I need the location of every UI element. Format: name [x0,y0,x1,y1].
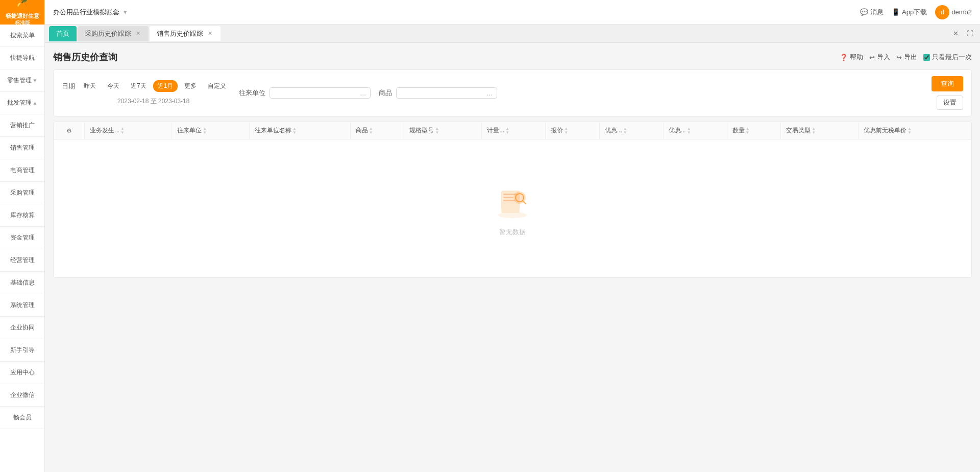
sidebar-item-basic_info[interactable]: 基础信息 [0,272,44,294]
sidebar-item-finance[interactable]: 资金管理 [0,227,44,249]
import-btn[interactable]: ↩ 导入 [869,53,890,62]
fullscreen-btn[interactable]: ⛶ [964,28,976,40]
partner-dots[interactable]: ... [360,89,366,97]
sidebar-item-search[interactable]: 搜索菜单 [0,25,44,47]
close-all-tabs-btn[interactable]: ✕ [949,28,962,40]
import-label: 导入 [877,53,890,62]
col-header-price[interactable]: 报价▲▼ [546,122,600,139]
tab-purchase-label: 采购历史价跟踪 [85,29,131,38]
sidebar-item-marketing[interactable]: 营销推广 [0,114,44,137]
sidebar-item-label: 基础信息 [10,278,35,287]
tab-sales[interactable]: 销售历史价跟踪 ✕ [150,26,220,41]
col-header-no_tax_price[interactable]: 优惠前无税单价▲▼ [858,122,971,139]
sidebar-item-sales_mgmt[interactable]: 销售管理 [0,137,44,159]
content-area: 销售历史价查询 ❓ 帮助 ↩ 导入 ↪ 导出 只看最后一次 [45,43,980,472]
message-btn[interactable]: 💬 消息 [860,8,884,17]
sidebar-item-purchase_mgmt[interactable]: 采购管理 [0,182,44,204]
empty-illustration [492,180,533,221]
col-header-discount2[interactable]: 优惠...▲▼ [663,122,727,139]
col-header-spec[interactable]: 规格型号▲▼ [404,122,482,139]
help-label: 帮助 [850,53,863,62]
col-header-unit[interactable]: 计量...▲▼ [482,122,546,139]
sort-arrows-icon: ▲▼ [435,127,439,135]
partner-input[interactable] [274,89,360,97]
export-label: 导出 [904,53,917,62]
date-btn-近7天[interactable]: 近7天 [126,80,151,92]
partner-input-wrap: ... [270,87,371,99]
empty-text: 暂无数据 [499,227,526,237]
col-header-partner_name[interactable]: 往来单位名称▲▼ [249,122,350,139]
gear-settings-icon[interactable]: ⚙ [59,127,79,134]
settings-btn[interactable]: 设置 [937,96,963,110]
sidebar-item-retail[interactable]: 零售管理▼ [0,69,44,92]
sidebar-item-system[interactable]: 系统管理 [0,294,44,317]
app-download-btn[interactable]: 📱 App下载 [892,8,927,17]
sidebar-item-label: 零售管理 [7,76,32,85]
sidebar-item-operations[interactable]: 经营管理 [0,249,44,272]
tabbar-actions: ✕ ⛶ [949,28,976,40]
message-label: 消息 [870,8,884,17]
sidebar-item-inventory[interactable]: 库存核算 [0,204,44,227]
sidebar-item-wechat[interactable]: 企业微信 [0,384,44,407]
sidebar-item-label: 营销推广 [10,121,35,130]
query-btn[interactable]: 查询 [932,76,963,91]
sidebar-item-label: 采购管理 [10,188,35,197]
col-header-biz_date[interactable]: 业务发生...▲▼ [85,122,172,139]
sidebar: 🍊 畅捷通好生意 标准版 搜索菜单快捷导航零售管理▼批发管理▲营销推广销售管理电… [0,0,45,472]
logo-sub: 标准版 [6,19,39,26]
sidebar-item-label: 批发管理 [7,99,32,107]
tab-sales-close[interactable]: ✕ [206,30,213,37]
sidebar-item-shortcut[interactable]: 快捷导航 [0,47,44,69]
tab-home-label: 首页 [56,29,69,38]
sidebar-item-ecommerce[interactable]: 电商管理 [0,159,44,182]
product-dots[interactable]: ... [486,89,493,97]
col-header-quantity[interactable]: 数量▲▼ [727,122,781,139]
sidebar-item-label: 企业微信 [10,391,35,399]
tab-purchase[interactable]: 采购历史价跟踪 ✕ [78,26,149,41]
col-header-product[interactable]: 商品▲▼ [350,122,404,139]
sidebar-item-label: 应用中心 [10,368,35,377]
col-header-partner_code[interactable]: 往来单位▲▼ [172,122,250,139]
topbar-title: 办公用品行业模拟账套 [53,8,119,17]
tab-purchase-close[interactable]: ✕ [134,30,141,37]
svg-rect-3 [503,197,513,198]
topbar-left: 办公用品行业模拟账套 ▾ [53,8,127,17]
date-btn-近1月[interactable]: 近1月 [153,80,178,92]
product-input[interactable] [401,89,486,97]
user-profile[interactable]: d demo2 [935,5,972,19]
col-header-discount1[interactable]: 优惠...▲▼ [599,122,663,139]
date-btn-昨天[interactable]: 昨天 [79,80,101,92]
sort-arrows-icon: ▲▼ [908,127,912,135]
date-btn-更多[interactable]: 更多 [180,80,201,92]
sidebar-item-label: 搜索菜单 [10,31,35,40]
sidebar-item-member[interactable]: 畅会员 [0,407,44,429]
sidebar-nav: 搜索菜单快捷导航零售管理▼批发管理▲营销推广销售管理电商管理采购管理库存核算资金… [0,25,44,472]
tabbar: 首页 采购历史价跟踪 ✕ 销售历史价跟踪 ✕ ✕ ⛶ [45,25,980,43]
tab-home[interactable]: 首页 [49,26,77,41]
export-btn[interactable]: ↪ 导出 [896,53,917,62]
help-icon: ❓ [840,54,848,61]
sidebar-item-guide[interactable]: 新手引导 [0,339,44,362]
col-header-trade_type[interactable]: 交易类型▲▼ [781,122,859,139]
topbar-right: 💬 消息 📱 App下载 d demo2 [860,5,972,19]
page-header: 销售历史价查询 ❓ 帮助 ↩ 导入 ↪ 导出 只看最后一次 [53,51,972,63]
table-container: ⚙业务发生...▲▼往来单位▲▼往来单位名称▲▼商品▲▼规格型号▲▼计量...▲… [53,122,972,278]
date-btn-今天[interactable]: 今天 [103,80,124,92]
sidebar-item-apps[interactable]: 应用中心 [0,362,44,384]
filter-bar: 日期 昨天今天近7天近1月更多自定义 2023-02-18 至 2023-03-… [53,69,972,116]
sort-arrows-icon: ▲▼ [812,127,816,135]
sidebar-item-wholesale[interactable]: 批发管理▲ [0,92,44,114]
date-btn-自定义[interactable]: 自定义 [203,80,231,92]
sidebar-item-label: 经营管理 [10,256,35,265]
sort-arrows-icon: ▲▼ [623,127,627,135]
only-last-checkbox[interactable] [923,54,930,61]
date-range-buttons: 昨天今天近7天近1月更多自定义 [79,80,231,92]
sidebar-item-label: 电商管理 [10,166,35,175]
only-last-checkbox-label[interactable]: 只看最后一次 [923,53,972,62]
page-actions: ❓ 帮助 ↩ 导入 ↪ 导出 只看最后一次 [840,53,972,62]
date-filter-group: 日期 昨天今天近7天近1月更多自定义 2023-02-18 至 2023-03-… [62,80,231,106]
sidebar-item-enterprise[interactable]: 企业协同 [0,317,44,339]
sort-arrows-icon: ▲▼ [292,127,297,135]
help-btn[interactable]: ❓ 帮助 [840,53,863,62]
topbar-dropdown-icon[interactable]: ▾ [124,8,127,16]
